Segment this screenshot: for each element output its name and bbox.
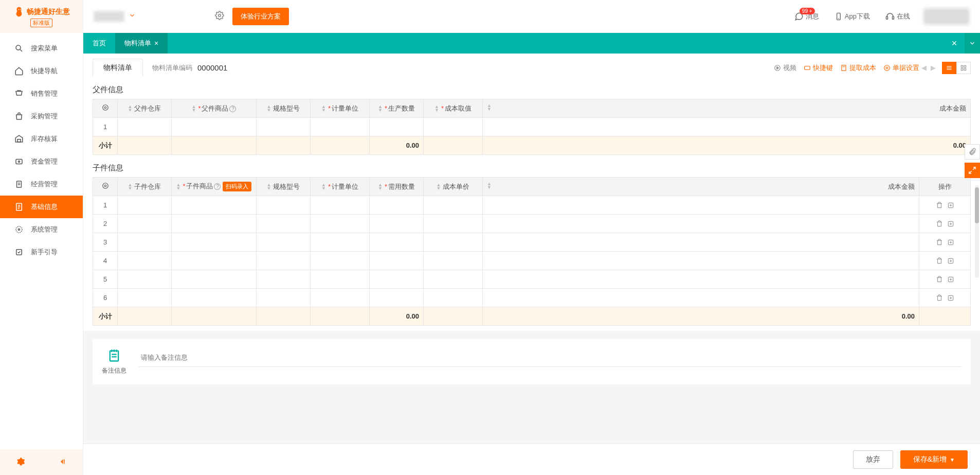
cell-unit[interactable] [311,215,370,233]
cell-qty[interactable] [370,196,424,215]
settings-icon[interactable] [16,457,25,468]
cell-cost-amount[interactable] [483,252,919,270]
cell-qty[interactable] [370,289,424,307]
child-col-gear[interactable] [93,178,118,196]
user-avatar-blurred[interactable] [923,8,970,25]
cell-unit[interactable] [311,270,370,289]
child-col-spec[interactable]: ▲▼规格型号 [257,178,311,196]
cell-warehouse[interactable] [118,118,172,136]
cell-unit[interactable] [311,252,370,270]
child-col-product[interactable]: ▲▼*子件商品?扫码录入 [172,178,257,196]
cell-warehouse[interactable] [118,215,172,233]
delete-row-icon[interactable] [936,239,943,246]
cell-spec[interactable] [257,252,311,270]
nav-quick[interactable]: 快捷导航 [0,60,83,82]
cell-product[interactable] [172,270,257,289]
parent-col-cost-amount[interactable]: ▲▼成本金额 [483,99,971,118]
cell-unit-cost[interactable] [424,289,483,307]
view-grid-button[interactable] [956,62,971,74]
parent-col-spec[interactable]: ▲▼规格型号 [257,99,311,118]
expand-tabs-button[interactable] [965,33,980,54]
cell-cost-amount[interactable] [483,118,971,136]
scan-badge[interactable]: 扫码录入 [223,182,251,191]
nav-system[interactable]: 系统管理 [0,218,83,241]
cell-unit-cost[interactable] [424,270,483,289]
cell-spec[interactable] [257,233,311,252]
online-support-button[interactable]: 在线 [885,12,910,21]
nav-operations[interactable]: 经营管理 [0,173,83,196]
delete-row-icon[interactable] [936,294,943,302]
help-icon[interactable]: ? [214,183,221,190]
cell-qty[interactable] [370,252,424,270]
child-col-unit-cost[interactable]: ▲▼成本单价 [424,178,483,196]
cell-unit[interactable] [311,118,370,136]
cell-warehouse[interactable] [118,270,172,289]
child-col-warehouse[interactable]: ▲▼子件仓库 [118,178,172,196]
parent-col-qty[interactable]: ▲▼*生产数量 [370,99,424,118]
cell-warehouse[interactable] [118,289,172,307]
cell-qty[interactable] [370,233,424,252]
delete-row-icon[interactable] [936,257,943,265]
cell-warehouse[interactable] [118,252,172,270]
cell-unit[interactable] [311,233,370,252]
delete-row-icon[interactable] [936,276,943,283]
cell-product[interactable] [172,118,257,136]
cell-warehouse[interactable] [118,233,172,252]
video-action[interactable]: 视频 [774,63,796,73]
cell-qty[interactable] [370,215,424,233]
child-col-cost-amount[interactable]: ▲▼成本金额 [483,178,919,196]
cell-product[interactable] [172,252,257,270]
scroll-thumb[interactable] [975,187,979,223]
cell-unit-cost[interactable] [424,215,483,233]
cell-cost-amount[interactable] [483,196,919,215]
nav-guide[interactable]: 新手引导 [0,241,83,263]
collapse-icon[interactable] [58,457,67,468]
app-download-button[interactable]: App下载 [834,12,870,21]
cell-unit-cost[interactable] [424,196,483,215]
tab-home[interactable]: 首页 [83,33,115,54]
cell-cost-amount[interactable] [483,270,919,289]
prev-arrow-icon[interactable]: ◀ [919,64,929,72]
tab-close-icon[interactable]: × [154,39,158,47]
cta-button[interactable]: 体验行业方案 [232,8,289,25]
nav-sales[interactable]: 销售管理 [0,82,83,105]
child-col-qty[interactable]: ▲▼*需用数量 [370,178,424,196]
nav-finance[interactable]: 资金管理 [0,150,83,173]
doc-settings-action[interactable]: 单据设置 [883,63,919,73]
cell-cost-method[interactable] [424,118,483,136]
cell-spec[interactable] [257,289,311,307]
tab-bom[interactable]: 物料清单 × [115,33,168,54]
cell-product[interactable] [172,196,257,215]
next-arrow-icon[interactable]: ▶ [929,64,938,72]
delete-row-icon[interactable] [936,202,943,209]
add-row-icon[interactable] [947,276,954,283]
add-row-icon[interactable] [947,239,954,246]
add-row-icon[interactable] [947,257,954,265]
extract-cost-action[interactable]: 提取成本 [840,63,876,73]
company-selector[interactable] [94,11,207,22]
nav-search[interactable]: 搜索菜单 [0,37,83,60]
add-row-icon[interactable] [947,202,954,209]
cell-cost-amount[interactable] [483,215,919,233]
attachment-button[interactable] [965,144,980,160]
child-col-unit[interactable]: ▲▼*计量单位 [311,178,370,196]
discard-button[interactable]: 放弃 [853,450,893,469]
cell-product[interactable] [172,233,257,252]
cell-unit-cost[interactable] [424,252,483,270]
cell-spec[interactable] [257,270,311,289]
cell-spec[interactable] [257,118,311,136]
cell-spec[interactable] [257,215,311,233]
fullscreen-button[interactable] [965,163,980,178]
cell-qty[interactable] [370,270,424,289]
messages-button[interactable]: 99 + 消息 [794,12,819,21]
parent-col-unit[interactable]: ▲▼*计量单位 [311,99,370,118]
nav-basic-info[interactable]: 基础信息 [0,196,83,218]
cell-qty[interactable] [370,118,424,136]
cell-cost-amount[interactable] [483,289,919,307]
nav-purchase[interactable]: 采购管理 [0,105,83,128]
cell-product[interactable] [172,215,257,233]
delete-row-icon[interactable] [936,220,943,227]
add-row-icon[interactable] [947,220,954,227]
shortcut-action[interactable]: 快捷键 [804,63,833,73]
nav-inventory[interactable]: 库存核算 [0,128,83,150]
